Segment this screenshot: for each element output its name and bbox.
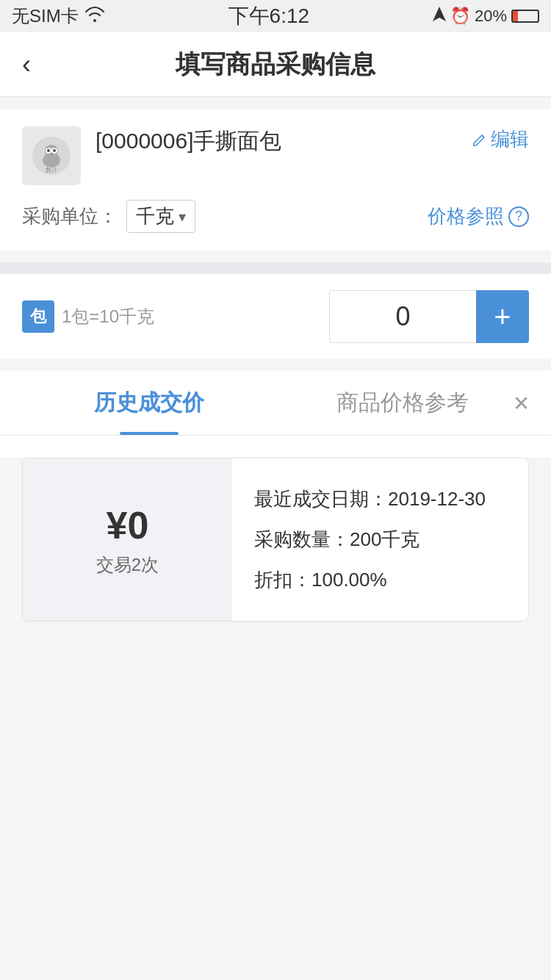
status-time: 下午6:12 [228, 2, 310, 30]
chevron-down-icon: ▾ [179, 208, 186, 226]
svg-point-5 [47, 149, 50, 152]
quantity-plus-button[interactable]: + [476, 290, 529, 343]
product-name-wrap: [0000006]手撕面包 [96, 126, 281, 156]
product-image: 数计 [22, 126, 81, 185]
back-button[interactable]: ‹ [15, 42, 38, 87]
transaction-summary: ¥0 交易2次 [23, 458, 232, 621]
section-divider [0, 262, 551, 274]
unit-select[interactable]: 千克 ▾ [126, 200, 195, 233]
unit-value: 千克 [136, 203, 174, 229]
quantity-unit-info: 包 1包=10千克 [22, 300, 154, 333]
unit-badge: 包 [22, 300, 54, 333]
product-title: 手撕面包 [193, 129, 281, 153]
transaction-discount-row: 折扣：100.00% [254, 566, 506, 594]
quantity-row: 包 1包=10千克 + [0, 274, 551, 359]
svg-text:数计: 数计 [46, 167, 57, 173]
page-title: 填写商品采购信息 [176, 48, 375, 82]
product-thumbnail: 数计 [29, 134, 73, 178]
transaction-price: ¥0 [107, 503, 149, 547]
quantity-value: 200千克 [350, 528, 419, 550]
product-card: 数计 [0000006]手撕面包 编辑 采购单位： 千克 ▾ [0, 109, 551, 251]
carrier-label: 无SIM卡 [12, 4, 79, 28]
status-right: ⏰ 20% [433, 7, 539, 26]
date-label: 最近成交日期： [254, 488, 388, 510]
status-bar: 无SIM卡 下午6:12 ⏰ 20% [0, 0, 551, 32]
tab-bar: 历史成交价 商品价格参考 × [0, 371, 551, 436]
battery-icon [511, 10, 539, 23]
edit-button[interactable]: 编辑 [472, 126, 529, 152]
discount-label: 折扣： [254, 569, 311, 591]
unit-left: 采购单位： 千克 ▾ [22, 200, 195, 233]
tab-price-reference[interactable]: 商品价格参考 [276, 371, 529, 435]
product-name: [0000006]手撕面包 [96, 129, 281, 153]
close-button[interactable]: × [506, 381, 536, 426]
transaction-date-row: 最近成交日期：2019-12-30 [254, 485, 506, 514]
info-circle-icon: ? [508, 206, 529, 227]
quantity-controls: + [329, 290, 529, 343]
transaction-quantity-row: 采购数量：200千克 [254, 525, 506, 554]
unit-label: 采购单位： [22, 205, 118, 227]
transaction-count: 交易2次 [96, 553, 159, 577]
price-ref-label: 价格参照 [428, 203, 504, 229]
quantity-input[interactable] [329, 290, 476, 343]
nav-bar: ‹ 填写商品采购信息 [0, 32, 551, 97]
product-info: 数计 [0000006]手撕面包 [22, 126, 472, 185]
product-id: [0000006] [96, 129, 193, 153]
battery-percent: 20% [475, 7, 507, 26]
product-row-top: 数计 [0000006]手撕面包 编辑 [22, 126, 529, 185]
price-reference-button[interactable]: 价格参照 ? [428, 203, 529, 229]
alarm-icon: ⏰ [450, 7, 470, 26]
status-left: 无SIM卡 [12, 4, 105, 28]
transaction-card: ¥0 交易2次 最近成交日期：2019-12-30 采购数量：200千克 折扣：… [22, 458, 529, 621]
tab-content-area: ¥0 交易2次 最近成交日期：2019-12-30 采购数量：200千克 折扣：… [0, 458, 551, 972]
gps-icon [433, 7, 446, 26]
quantity-label: 采购数量： [254, 528, 350, 550]
svg-point-6 [53, 149, 56, 152]
date-value: 2019-12-30 [388, 488, 486, 510]
transaction-details: 最近成交日期：2019-12-30 采购数量：200千克 折扣：100.00% [232, 458, 528, 621]
tab-history-price[interactable]: 历史成交价 [22, 371, 276, 435]
conversion-hint: 1包=10千克 [62, 305, 154, 328]
discount-value: 100.00% [311, 569, 387, 591]
wifi-icon [84, 6, 105, 26]
product-unit-row: 采购单位： 千克 ▾ 价格参照 ? [22, 200, 529, 233]
tab-section: 历史成交价 商品价格参考 × ¥0 交易2次 最近成交日期：2019-12-30… [0, 371, 551, 972]
